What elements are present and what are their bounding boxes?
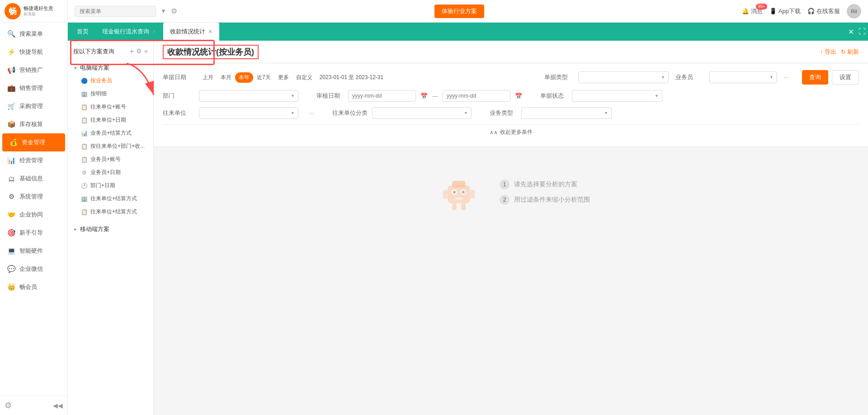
add-scheme-icon[interactable]: + bbox=[130, 47, 134, 56]
bank-flow-tab-label: 现金银行流水查询 bbox=[102, 28, 149, 36]
scheme-item-by-detail[interactable]: 🏢 按明细 bbox=[68, 87, 153, 100]
collapse-filter-bar[interactable]: ∧∧ 收起更多条件 bbox=[163, 124, 859, 140]
user-avatar[interactable]: Rit bbox=[847, 4, 861, 19]
dept-date-icon: 🕐 bbox=[80, 182, 88, 189]
query-button[interactable]: 查询 bbox=[802, 70, 828, 85]
salesperson-more-btn[interactable]: ··· bbox=[784, 74, 788, 80]
main-area: ▼ ⚙ 体验行业方案 🔔 消息 99+ 📱 App下载 🎧 在线客服 Rit bbox=[68, 0, 868, 415]
counterpart-category-select[interactable] bbox=[372, 107, 472, 119]
sidebar-item-sales[interactable]: 💼销售管理 bbox=[0, 79, 67, 97]
voucher-type-select[interactable] bbox=[578, 71, 669, 83]
sidebar-nav: 🔍搜索菜单⚡快捷导航📢营销推广💼销售管理🛒采购管理📦库存核算💰资金管理📊经营管理… bbox=[0, 23, 67, 396]
review-date-to-input[interactable] bbox=[443, 90, 510, 102]
tab-home[interactable]: 首页 bbox=[70, 23, 95, 41]
voucher-status-select[interactable] bbox=[572, 90, 662, 102]
search-menu-input[interactable] bbox=[75, 6, 156, 17]
message-button[interactable]: 🔔 消息 99+ bbox=[742, 7, 763, 15]
calendar-from-icon[interactable]: 📅 bbox=[420, 93, 428, 99]
empty-state: 1 请先选择要分析的方案 2 用过滤条件来缩小分析范围 bbox=[432, 165, 590, 219]
voucher-status-select-wrapper bbox=[572, 90, 662, 102]
sidebar-item-basic[interactable]: 🗂基础信息 bbox=[0, 170, 67, 188]
settings-icon[interactable]: ⚙ bbox=[171, 7, 177, 15]
scheme-item-unit-dept-collection[interactable]: 📋 按往来单位+部门+收... bbox=[68, 140, 153, 153]
sidebar-item-hardware[interactable]: 💻智能硬件 bbox=[0, 242, 67, 260]
trial-button[interactable]: 体验行业方案 bbox=[434, 5, 484, 18]
sidebar-item-guide[interactable]: 🎯新手引导 bbox=[0, 224, 67, 242]
unit-account-icon: 📋 bbox=[80, 104, 88, 111]
mobile-section-title[interactable]: ▼ 移动端方案 bbox=[68, 223, 153, 236]
mobile-section: ▼ 移动端方案 bbox=[68, 221, 153, 238]
calendar-to-icon[interactable]: 📅 bbox=[515, 93, 522, 99]
business-type-select[interactable] bbox=[521, 107, 612, 119]
pc-section: ▼ 电脑端方案 🔵 按业务员 🏢 按明细 📋 往来单位+账号 bbox=[68, 59, 153, 221]
sidebar-item-label: 快捷导航 bbox=[19, 48, 43, 56]
unit-date-icon: 📋 bbox=[80, 117, 88, 124]
date-range-display: 2023-01-01 至 2023-12-31 bbox=[320, 74, 383, 81]
settings-button[interactable]: 设置 bbox=[832, 70, 859, 85]
counterpart-select[interactable] bbox=[199, 107, 298, 119]
date-tab-more[interactable]: 更多 bbox=[274, 72, 292, 83]
scheme-item-unit-payment1[interactable]: 🏢 往来单位+结算方式 bbox=[68, 192, 153, 205]
dropdown-arrow-icon[interactable]: ▼ bbox=[160, 8, 166, 14]
collapse-panel-icon[interactable]: « bbox=[144, 47, 148, 56]
export-button[interactable]: ↑ 导出 bbox=[821, 48, 837, 56]
sidebar-item-member[interactable]: 👑畅会员 bbox=[0, 278, 67, 296]
tab-bar: 首页 现金银行流水查询 ✕ 收款情况统计 ✕ ✕ ⛶ bbox=[68, 23, 868, 41]
unit-dept-label: 按往来单位+部门+收... bbox=[90, 142, 145, 150]
sidebar-item-wechat[interactable]: 💬企业微信 bbox=[0, 260, 67, 278]
filter-row-2: 部门 审核日期 📅 — 📅 单据状态 bbox=[163, 90, 859, 102]
sidebar-item-quick-nav[interactable]: ⚡快捷导航 bbox=[0, 43, 67, 61]
inventory-icon: 📦 bbox=[7, 120, 16, 129]
close-window-icon[interactable]: ✕ bbox=[848, 28, 854, 36]
logo-area: 畅 畅捷通好生意 标准版 bbox=[0, 0, 67, 23]
scheme-item-salesperson-payment[interactable]: 📊 业务员+结算方式 bbox=[68, 127, 153, 140]
quick-nav-icon: ⚡ bbox=[7, 47, 16, 57]
scheme-item-salesperson-date[interactable]: ⚙ 业务员+日期 bbox=[68, 166, 153, 179]
voucher-type-label: 单据类型 bbox=[544, 73, 571, 81]
sidebar-item-search[interactable]: 🔍搜索菜单 bbox=[0, 25, 67, 43]
sidebar-item-purchase[interactable]: 🛒采购管理 bbox=[0, 97, 67, 115]
bank-flow-tab-close[interactable]: ✕ bbox=[152, 28, 156, 35]
online-service-button[interactable]: 🎧 在线客服 bbox=[807, 7, 840, 15]
tab-collection-stats[interactable]: 收款情况统计 ✕ bbox=[163, 23, 219, 41]
date-tab-last-month[interactable]: 上月 bbox=[199, 72, 217, 83]
svg-rect-6 bbox=[455, 198, 462, 199]
salesperson-payment-icon: 📊 bbox=[80, 130, 88, 137]
date-tab-custom[interactable]: 自定义 bbox=[292, 72, 316, 83]
collection-stats-tab-close[interactable]: ✕ bbox=[208, 28, 212, 35]
sidebar-item-enterprise[interactable]: 🤝企业协同 bbox=[0, 206, 67, 224]
settings-icon[interactable]: ⚙ bbox=[5, 401, 12, 410]
date-tab-7days[interactable]: 近7天 bbox=[253, 72, 274, 83]
scheme-item-by-salesperson[interactable]: 🔵 按业务员 bbox=[68, 74, 153, 87]
scheme-item-salesperson-account[interactable]: 📋 业务员+账号 bbox=[68, 153, 153, 166]
salesperson-scheme-label: 按业务员 bbox=[90, 77, 112, 85]
scheme-item-unit-account[interactable]: 📋 往来单位+账号 bbox=[68, 100, 153, 113]
purchase-icon: 🛒 bbox=[7, 102, 16, 111]
sidebar-item-operations[interactable]: 📊经营管理 bbox=[0, 151, 67, 170]
scheme-settings-icon[interactable]: ⚙ bbox=[136, 47, 142, 56]
date-tab-this-year[interactable]: 本年 bbox=[235, 72, 253, 83]
date-tab-this-month[interactable]: 本月 bbox=[217, 72, 235, 83]
empty-tips: 1 请先选择要分析的方案 2 用过滤条件来缩小分析范围 bbox=[500, 179, 590, 205]
sidebar-item-system[interactable]: ⚙系统管理 bbox=[0, 188, 67, 206]
app-download-button[interactable]: 📱 App下载 bbox=[769, 7, 801, 15]
tab-bank-flow[interactable]: 现金银行流水查询 ✕ bbox=[95, 23, 163, 41]
sidebar-item-finance[interactable]: 💰资金管理 bbox=[2, 133, 65, 151]
scheme-item-dept-date[interactable]: 🕐 部门+日期 bbox=[68, 179, 153, 192]
maximize-window-icon[interactable]: ⛶ bbox=[859, 28, 866, 36]
counterpart-more-btn[interactable]: ··· bbox=[310, 110, 314, 116]
sidebar-item-inventory[interactable]: 📦库存核算 bbox=[0, 115, 67, 133]
review-date-from-input[interactable] bbox=[348, 90, 416, 102]
dept-select[interactable] bbox=[199, 90, 298, 102]
refresh-button[interactable]: ↻ 刷新 bbox=[841, 48, 859, 56]
unit-dept-icon: 📋 bbox=[80, 143, 88, 150]
scheme-item-unit-payment2[interactable]: 📋 往来单位+结算方式 bbox=[68, 205, 153, 218]
sidebar-item-label: 企业协同 bbox=[19, 211, 43, 219]
scheme-item-unit-date[interactable]: 📋 往来单位+日期 bbox=[68, 113, 153, 127]
logo-name: 畅捷通好生意 bbox=[24, 5, 53, 11]
filter-area: 单据日期 上月 本月 本年 近7天 更多 自定义 2023-01-01 至 20… bbox=[154, 63, 868, 147]
salesperson-select[interactable] bbox=[709, 71, 777, 83]
collapse-sidebar-icon[interactable]: ◀◀ bbox=[53, 402, 63, 409]
pc-section-title[interactable]: ▼ 电脑端方案 bbox=[68, 61, 153, 74]
sidebar-item-marketing[interactable]: 📢营销推广 bbox=[0, 61, 67, 79]
